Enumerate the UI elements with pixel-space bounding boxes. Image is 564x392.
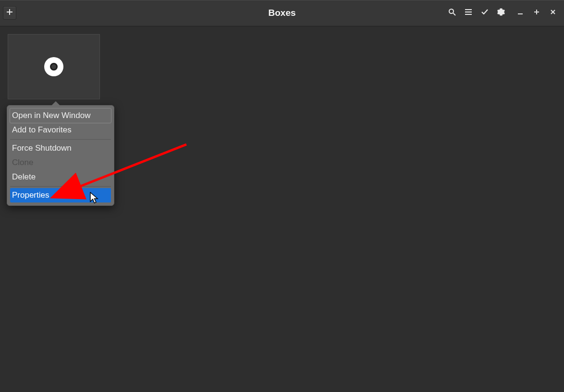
check-icon [481,8,489,18]
header-left-group [0,6,16,20]
select-button[interactable] [477,5,493,21]
header-right-group [444,5,564,21]
vm-thumbnail[interactable] [8,34,100,99]
close-button[interactable] [545,5,561,21]
svg-rect-2 [465,9,472,10]
list-view-button[interactable] [460,5,477,21]
menu-separator [10,139,111,140]
gear-icon [497,8,505,18]
svg-line-1 [454,13,456,16]
menu-item-properties[interactable]: Properties [10,188,111,202]
svg-point-0 [449,9,454,13]
settings-button[interactable] [493,5,509,21]
search-button[interactable] [444,5,460,21]
menu-item-force-shutdown[interactable]: Force Shutdown [10,141,111,155]
disc-icon [44,57,63,76]
maximize-button[interactable] [528,5,545,21]
minimize-button[interactable] [512,5,528,21]
menu-item-add-to-favorites[interactable]: Add to Favorites [10,123,111,137]
header-bar: Boxes [0,0,564,26]
menu-separator [10,186,111,187]
new-button[interactable] [3,6,16,20]
menu-item-open-new-window[interactable]: Open in New Window [10,108,111,123]
search-icon [448,8,456,18]
window-controls [512,5,561,21]
maximize-icon [533,9,540,17]
boxes-content-area: Open in New Window Add to Favorites Forc… [0,26,564,392]
menu-item-delete[interactable]: Delete [10,170,111,184]
context-menu: Open in New Window Add to Favorites Forc… [7,105,114,206]
svg-rect-5 [518,13,523,14]
svg-rect-3 [465,12,472,12]
svg-rect-4 [465,14,472,15]
close-icon [550,9,556,17]
plus-icon [6,8,13,18]
minimize-icon [517,9,524,17]
menu-item-clone: Clone [10,155,111,170]
menu-icon [465,8,472,18]
